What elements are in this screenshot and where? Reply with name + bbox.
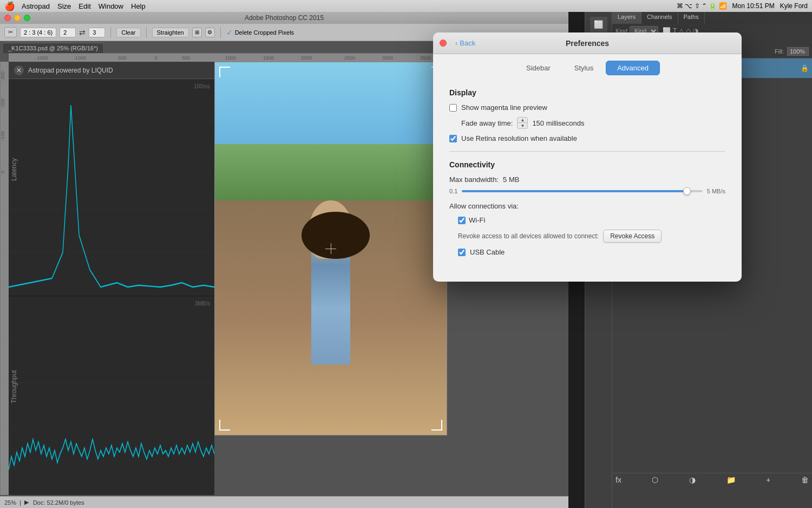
tab-channels[interactable]: Channels [641, 12, 678, 24]
apple-menu[interactable]: 🍎 [4, 1, 15, 11]
max-bandwidth-label: Max bandwidth: [449, 175, 499, 184]
zoom-level: 25% [4, 499, 16, 506]
settings-icon[interactable]: ⚙ [205, 28, 215, 37]
ps-tab-document[interactable]: _K1C3333.psd @ 25% (RGB/16*) [2, 43, 104, 53]
usb-checkbox[interactable] [458, 249, 466, 256]
svg-text:2500: 2500 [344, 55, 355, 61]
ps-titlebar: Adobe Photoshop CC 2015 [0, 12, 568, 24]
fill-label: Fill: [775, 48, 784, 55]
wifi-checkbox[interactable] [458, 217, 466, 224]
photo-frame [214, 62, 447, 435]
stepper-up-button[interactable]: ▲ [518, 118, 527, 123]
layer-adjustment-icon[interactable]: ◑ [689, 476, 696, 484]
menu-astropad[interactable]: Astropad [22, 2, 50, 10]
menubar-right: ⌘ ⌥ ⇧ ⌃ 🔋 📶 Mon 10:51 PM Kyle Ford [677, 2, 808, 10]
layer-group-icon[interactable]: 📁 [726, 476, 736, 484]
delete-pixels-label: Delete Cropped Pixels [235, 29, 294, 36]
delete-pixels-checkbox[interactable]: ✓ Delete Cropped Pixels [226, 28, 294, 37]
ratio-input-1[interactable] [60, 28, 76, 37]
menu-size[interactable]: Size [57, 2, 71, 10]
ground-area [215, 200, 447, 435]
prefs-close-button[interactable] [440, 40, 447, 47]
system-icons: ⌘ ⌥ ⇧ ⌃ 🔋 📶 [677, 2, 727, 10]
crop-corner-bl [219, 420, 230, 431]
usb-label: USB Cable [470, 248, 505, 256]
toolbar-separator [110, 27, 111, 38]
ruler-v-marks: -300 -200 -100 0 [0, 62, 9, 495]
svg-text:-100: -100 [0, 131, 5, 141]
section-divider [449, 151, 725, 152]
astropad-close-button[interactable]: ✕ [14, 66, 24, 75]
fill-input[interactable] [787, 47, 809, 56]
layer-bottom-controls: fx ⬡ ◑ 📁 + 🗑 [612, 473, 812, 486]
traffic-lights [4, 15, 30, 21]
toolbar-separator-3 [220, 27, 221, 38]
username: Kyle Ford [780, 2, 808, 10]
layer-comp-icon[interactable]: ⬜ [590, 17, 607, 32]
slider-row: 0.1 5 MB/s [449, 188, 725, 194]
svg-text:-200: -200 [0, 99, 5, 108]
svg-text:-1000: -1000 [74, 55, 86, 61]
ratio-swap-icon[interactable]: ⇄ [79, 28, 86, 37]
chart-bottom-value: 3MB/s [195, 301, 210, 307]
svg-text:0: 0 [0, 171, 5, 173]
tab-stylus[interactable]: Stylus [563, 61, 605, 75]
menubar: 🍎 Astropad Size Edit Window Help ⌘ ⌥ ⇧ ⌃… [0, 0, 812, 12]
fade-away-value: 150 milliseconds [532, 119, 584, 127]
straighten-button[interactable]: Straighten [152, 28, 189, 37]
show-magenta-checkbox[interactable] [449, 104, 457, 112]
menu-window[interactable]: Window [99, 2, 123, 10]
bandwidth-row: Max bandwidth: 5 MB [449, 175, 725, 184]
fullscreen-button[interactable] [24, 15, 30, 21]
layer-fx-icon[interactable]: fx [615, 476, 621, 484]
layer-mask-icon[interactable]: ⬡ [652, 476, 658, 484]
toolbar-separator-2 [146, 27, 147, 38]
clear-button[interactable]: Clear [116, 28, 140, 37]
retina-checkbox[interactable] [449, 135, 457, 142]
close-x-icon: ✕ [16, 67, 22, 74]
retina-label: Use Retina resolution when available [461, 134, 577, 142]
tab-advanced[interactable]: Advanced [606, 61, 660, 75]
revoke-access-button[interactable]: Revoke Access [603, 230, 662, 243]
ruler-vertical: -300 -200 -100 0 [0, 62, 9, 495]
mountains-area [215, 144, 447, 200]
bandwidth-slider[interactable] [462, 190, 702, 192]
play-icon[interactable]: ▶ [24, 499, 29, 506]
back-chevron-icon: ‹ [455, 39, 457, 47]
layers-tab-bar: Layers Channels Paths [612, 12, 812, 24]
ratio-selector[interactable]: 2 : 3 (4 : 6) [20, 28, 56, 37]
doc-size: Doc: 52.2M/0 bytes [33, 499, 84, 506]
svg-text:500: 500 [182, 55, 190, 61]
tab-paths[interactable]: Paths [678, 12, 705, 24]
usb-row: USB Cable [458, 248, 725, 256]
astropad-title: Astropad powered by LIQUID [28, 67, 113, 74]
astropad-panel: ✕ Astropad powered by LIQUID Latency 100… [9, 62, 214, 495]
display-section-title: Display [449, 88, 725, 97]
close-button[interactable] [4, 15, 11, 21]
prefs-titlebar: ‹ Back Preferences [433, 32, 742, 54]
menu-edit[interactable]: Edit [78, 2, 90, 10]
throughput-label: Throughput [10, 370, 18, 403]
crop-tool-icon[interactable]: ✂ [4, 27, 17, 37]
stepper-down-button[interactable]: ▼ [518, 123, 527, 128]
menu-items: Astropad Size Edit Window Help [22, 2, 146, 10]
datetime: Mon 10:51 PM [732, 2, 775, 10]
ratio-input-2[interactable] [89, 28, 105, 37]
prefs-back-button[interactable]: ‹ Back [455, 39, 475, 47]
minimize-button[interactable] [14, 15, 21, 21]
crop-corner-tl [219, 67, 230, 77]
crop-corner-br [431, 420, 442, 431]
menu-help[interactable]: Help [131, 2, 146, 10]
latency-svg [9, 79, 214, 296]
grid-tool-icon[interactable]: ⊞ [192, 28, 202, 37]
layer-add-icon[interactable]: + [766, 476, 770, 484]
statusbar-separator: | [19, 499, 21, 506]
layer-delete-icon[interactable]: 🗑 [801, 476, 809, 484]
throughput-svg [9, 296, 214, 495]
tab-sidebar[interactable]: Sidebar [515, 61, 562, 75]
fade-stepper[interactable]: ▲ ▼ [517, 117, 528, 129]
tab-layers[interactable]: Layers [612, 12, 641, 24]
svg-text:-1500: -1500 [36, 55, 48, 61]
max-bandwidth-value: 5 MB [503, 175, 519, 184]
back-label: Back [460, 39, 475, 47]
